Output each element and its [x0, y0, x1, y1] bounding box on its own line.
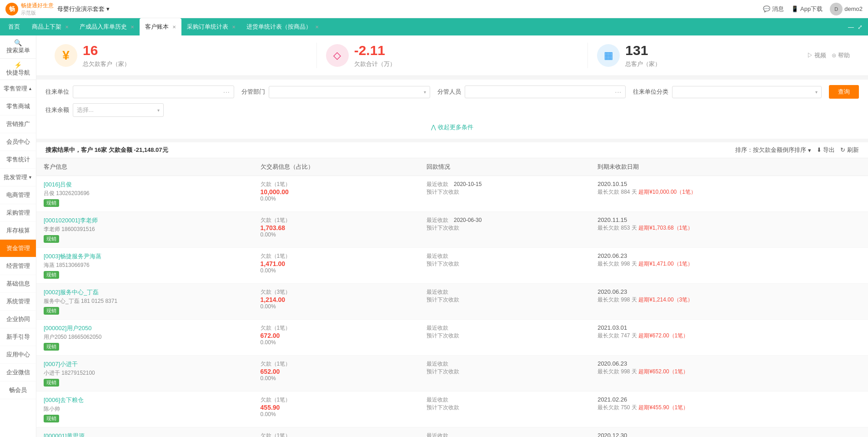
- balance-placeholder: 选择...: [77, 106, 94, 114]
- filter-input-partner[interactable]: ···: [73, 85, 234, 98]
- filter-input-category[interactable]: ▾: [672, 86, 822, 98]
- app-download-button[interactable]: 📱 App下载: [791, 5, 823, 13]
- export-button[interactable]: ⬇ 导出: [817, 146, 835, 154]
- sidebar-member-label: 会员中心: [6, 138, 30, 145]
- store-selector[interactable]: 母婴行业演示套套 ▾: [57, 5, 110, 13]
- overdue-link-1[interactable]: 超期¥1,703.68（1笔）: [638, 225, 693, 231]
- tab-customer-account[interactable]: 客户账本 ✕: [140, 18, 181, 35]
- sort-select[interactable]: 排序：按欠款金额倒序排序 ▾: [735, 146, 811, 154]
- sidebar-item-basic-info[interactable]: 基础信息: [0, 275, 36, 293]
- debt-amount-2[interactable]: 1,471.00: [261, 260, 412, 267]
- tab-customer-account-close[interactable]: ✕: [172, 25, 176, 30]
- recent-payment-label-6: 最近收款: [426, 397, 448, 403]
- tab-inbound[interactable]: 产成品入库单历史 ✕: [74, 18, 140, 35]
- sidebar-item-wechat[interactable]: 企业微信: [0, 364, 36, 382]
- customer-name-7[interactable]: [000001]黄思源: [44, 432, 246, 437]
- customer-name-4[interactable]: [000002]用户2050: [44, 324, 246, 332]
- recovery-row-7: 最近收款: [426, 432, 583, 437]
- sidebar-item-finance[interactable]: 资金管理: [0, 240, 36, 257]
- debt-amount-0[interactable]: 10,000.00: [261, 188, 412, 196]
- sidebar-item-guide[interactable]: 新手引导: [0, 328, 36, 346]
- sidebar-item-retail-stats[interactable]: 零售统计: [0, 151, 36, 169]
- recovery-row-1: 最近收款 2020-06-30: [426, 216, 583, 224]
- tab-products[interactable]: 商品上下架 ✕: [26, 18, 74, 35]
- video-label: 视频: [814, 52, 826, 59]
- sidebar-item-operations[interactable]: 经营管理: [0, 257, 36, 275]
- person-input[interactable]: [469, 89, 615, 95]
- sidebar-item-collab[interactable]: 企业协同: [0, 311, 36, 328]
- filter-input-dept[interactable]: ▾: [269, 86, 430, 98]
- td-recovery-0: 最近收款 2020-10-15 预计下次收款: [419, 176, 590, 212]
- search-button[interactable]: 查询: [829, 85, 859, 99]
- next-payment-row-3: 预计下次收款: [426, 296, 583, 304]
- customer-tag-6: 现销: [44, 415, 59, 422]
- overdue-link-6[interactable]: 超期¥455.90（1笔）: [638, 404, 688, 411]
- sidebar-retail-mall-label: 零售商城: [6, 103, 30, 110]
- customer-name-3[interactable]: [0002]服务中心_丁磊: [44, 288, 246, 296]
- sidebar-item-ecommerce[interactable]: 电商管理: [0, 186, 36, 204]
- refresh-button[interactable]: ↻ 刷新: [840, 146, 859, 154]
- video-link[interactable]: ▷ 视频: [807, 51, 827, 60]
- sidebar-appstore-label: 应用中心: [6, 351, 30, 358]
- overdue-link-0[interactable]: 超期¥10,000.00（1笔）: [638, 189, 696, 195]
- debt-amount-1[interactable]: 1,703.68: [261, 224, 412, 231]
- sidebar-item-purchase[interactable]: 采购管理: [0, 204, 36, 222]
- app-logo: 畅: [5, 3, 18, 15]
- overdue-link-3[interactable]: 超期¥1,214.00（3笔）: [638, 296, 693, 303]
- debt-amount-4[interactable]: 672.00: [261, 332, 412, 339]
- tab-inbound-stats[interactable]: 进货单统计表（按商品） ✕: [241, 18, 324, 35]
- debt-amount-3[interactable]: 1,214.00: [261, 296, 412, 303]
- tab-inbound-stats-close[interactable]: ✕: [315, 25, 319, 30]
- customer-name-0[interactable]: [0016]吕俊: [44, 181, 246, 189]
- customer-sub-1: 李老师 18600391516: [44, 226, 246, 233]
- debt-amount-6[interactable]: 455.90: [261, 404, 412, 411]
- overdue-link-4[interactable]: 超期¥672.00（1笔）: [638, 332, 688, 339]
- sidebar-item-marketing[interactable]: 营销推广: [0, 116, 36, 133]
- sidebar-item-member[interactable]: 会员中心: [0, 133, 36, 151]
- tab-inbound-close[interactable]: ✕: [130, 25, 134, 30]
- customer-name-5[interactable]: [0007]小进干: [44, 360, 246, 368]
- overdue-link-2[interactable]: 超期¥1,471.00（1笔）: [638, 261, 693, 267]
- help-link[interactable]: ⊙ 帮助: [832, 51, 850, 60]
- partner-input[interactable]: [77, 89, 223, 95]
- category-input[interactable]: [676, 89, 815, 95]
- dept-input[interactable]: [273, 89, 424, 95]
- sidebar-item-wholesale[interactable]: 批发管理 ▼: [0, 169, 36, 186]
- sidebar-item-inventory[interactable]: 库存核算: [0, 222, 36, 240]
- tab-products-close[interactable]: ✕: [65, 25, 69, 30]
- filter-input-person[interactable]: ···: [465, 85, 626, 98]
- sidebar-item-appstore[interactable]: 应用中心: [0, 346, 36, 364]
- chevron-down-icon-sort: ▾: [808, 147, 811, 154]
- sidebar-item-vip[interactable]: 畅会员: [0, 382, 36, 399]
- customer-name-1[interactable]: [0001020001]李老师: [44, 216, 246, 225]
- debt-amount-5[interactable]: 652.00: [261, 368, 412, 375]
- tab-home[interactable]: 首页: [2, 18, 26, 35]
- minimize-icon[interactable]: —: [848, 24, 854, 30]
- stat-value-debt-customers: 16: [83, 43, 130, 58]
- overdue-link-5[interactable]: 超期¥652.00（1笔）: [638, 368, 688, 375]
- table-row: [0002]服务中心_丁磊 服务中心_丁磊 181 0125 8371 现销 欠…: [36, 284, 868, 320]
- customer-tag-1: 现销: [44, 235, 59, 243]
- customer-name-2[interactable]: [0003]畅捷服务尹海蒸: [44, 252, 246, 261]
- message-button[interactable]: 💬 消息: [763, 5, 784, 13]
- maximize-icon[interactable]: ⤢: [858, 24, 863, 30]
- th-debt-info: 欠交易信息（占比）: [253, 158, 420, 176]
- sidebar-item-retail-mgmt[interactable]: 零售管理 ▲: [0, 80, 36, 98]
- tab-purchase-stats-close[interactable]: ✕: [232, 25, 236, 30]
- recent-payment-label-4: 最近收款: [426, 325, 448, 331]
- tab-purchase-stats[interactable]: 采购订单统计表 ✕: [181, 18, 241, 35]
- user-area[interactable]: D demo2: [830, 3, 863, 15]
- stat-info-3: 131 总客户（家）: [625, 43, 801, 68]
- sidebar-item-retail-mall[interactable]: 零售商城: [0, 98, 36, 116]
- td-recovery-6: 最近收款 预计下次收款: [419, 392, 590, 427]
- sidebar-quicknav[interactable]: ⚡ 快捷导航: [0, 59, 36, 80]
- store-name: 母婴行业演示套套: [57, 5, 105, 13]
- table-row: [000001]黄思源 黄思源 13552700226 现销 欠款（1笔） 42…: [36, 427, 868, 437]
- sidebar-search[interactable]: 🔍 搜索菜单: [0, 35, 36, 59]
- collapse-row[interactable]: ⋀ 收起更多条件: [45, 121, 859, 133]
- filter-input-balance[interactable]: 选择... ▾: [73, 103, 164, 117]
- sidebar-finance-label: 资金管理: [6, 245, 30, 251]
- customer-name-6[interactable]: [0006]去下粮仓: [44, 396, 246, 404]
- sidebar-item-system[interactable]: 系统管理: [0, 293, 36, 311]
- message-icon: 💬: [763, 5, 770, 12]
